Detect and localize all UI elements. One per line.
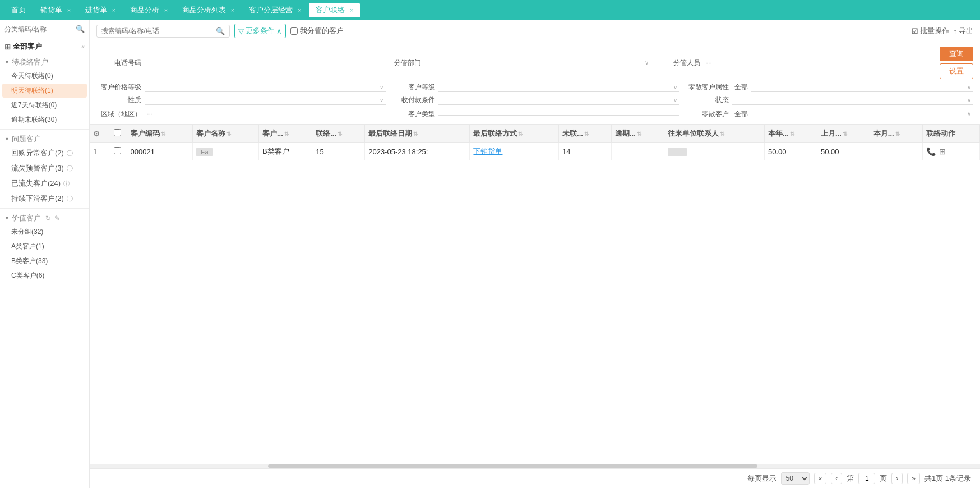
search-input[interactable] — [101, 27, 214, 35]
chevron-down-icon-3: ∨ — [673, 84, 677, 90]
manager-select[interactable]: ··· — [704, 57, 931, 68]
chevron-down-icon-7: ∨ — [967, 97, 971, 103]
sidebar-item-unclassified[interactable]: 未分组(32) — [2, 225, 87, 239]
set-button[interactable]: 设置 — [940, 63, 973, 79]
group-label-pending[interactable]: ▼ 待联络客户 — [0, 55, 89, 68]
sort-icon-method[interactable]: ⇅ — [518, 131, 523, 137]
export-button[interactable]: ↑ 导出 — [954, 26, 974, 36]
gender-label: 性质 — [96, 95, 141, 105]
cell-last-method[interactable]: 下销货单 — [470, 143, 559, 160]
select-all-checkbox[interactable] — [114, 129, 121, 136]
sort-icon-name[interactable]: ⇅ — [226, 131, 231, 137]
close-product-analysis-icon[interactable]: × — [164, 7, 168, 13]
main-layout: 🔍 ⊞ 全部客户 « ▼ 待联络客户 今天待联络(0) 明天待联络(1) 近7天… — [0, 20, 980, 488]
value-level-label: 客户价格等级 — [96, 82, 141, 92]
sidebar-search-input[interactable] — [4, 25, 73, 33]
manager-label: 分管人员 — [655, 58, 700, 68]
next-page-button[interactable]: › — [891, 473, 903, 484]
phone-action-icon[interactable]: 📞 — [926, 147, 936, 156]
nav-purchase[interactable]: 进货单 × — [78, 3, 122, 17]
batch-operation-button[interactable]: ☑ 批量操作 — [912, 26, 949, 36]
prev-page-button[interactable]: ‹ — [831, 473, 842, 484]
scrollbar-thumb[interactable] — [268, 464, 757, 468]
status-select[interactable]: ∨ — [732, 96, 973, 105]
dots-icon: ··· — [706, 58, 712, 67]
th-settings[interactable]: ⚙ — [90, 125, 110, 143]
my-customers-checkbox[interactable] — [290, 27, 298, 35]
all-customers-header[interactable]: ⊞ 全部客户 « — [0, 38, 89, 55]
phone-input[interactable] — [145, 58, 372, 68]
sort-icon-year[interactable]: ⇅ — [790, 131, 794, 137]
sort-icon-uncontacted[interactable]: ⇅ — [584, 131, 589, 137]
col-contacts-label: 联络... — [316, 128, 336, 139]
sidebar-item-tomorrow-contact[interactable]: 明天待联络(1) — [2, 84, 87, 98]
page-size-select[interactable]: 50 10 20 100 — [781, 472, 810, 485]
retail-attr-select[interactable]: ∨ — [751, 83, 973, 92]
cell-checkbox[interactable] — [110, 143, 127, 160]
last-method-link[interactable]: 下销货单 — [473, 147, 502, 155]
col-settings-icon[interactable]: ⚙ — [93, 130, 100, 138]
more-conditions-button[interactable]: ▽ 更多条件 ∧ — [234, 24, 286, 38]
close-purchase-icon[interactable]: × — [112, 7, 115, 13]
group-label-problem[interactable]: ▼ 问题客户 — [0, 132, 89, 145]
value-level-select[interactable]: ∨ — [145, 83, 386, 92]
nav-product-analysis-list[interactable]: 商品分析列表 × — [175, 3, 241, 17]
sidebar-item-7days-contact[interactable]: 近7天待联络(0) — [2, 98, 87, 112]
sort-icon-unit[interactable]: ⇅ — [720, 131, 724, 137]
payment-select[interactable]: ∨ — [438, 96, 679, 105]
nav-sales[interactable]: 销货单 × — [34, 3, 77, 17]
sidebar-item-b-class[interactable]: B类客户(33) — [2, 254, 87, 268]
sidebar-item-today-contact[interactable]: 今天待联络(0) — [2, 69, 87, 83]
collapse-icon[interactable]: « — [81, 43, 85, 50]
query-button[interactable]: 查询 — [940, 47, 973, 61]
refresh-icon[interactable]: ↻ — [45, 214, 51, 222]
close-customer-tier-icon[interactable]: × — [298, 7, 301, 13]
sort-icon-contacts[interactable]: ⇅ — [338, 131, 342, 137]
cell-this-month — [870, 143, 922, 160]
th-name: 客户名称 ⇅ — [193, 125, 259, 143]
grid-action-icon[interactable]: ⊞ — [939, 147, 946, 156]
divider-2 — [0, 208, 89, 209]
first-page-button[interactable]: « — [814, 473, 827, 484]
sidebar-item-churn-warning[interactable]: 流失预警客户(3) ⓘ — [2, 161, 87, 176]
nav-home[interactable]: 首页 — [4, 3, 33, 17]
gender-select[interactable]: ∨ — [145, 96, 386, 105]
customer-type-select[interactable] — [438, 113, 679, 116]
group-label-value[interactable]: ▼ 价值客户 ↻ ✎ — [0, 211, 89, 224]
close-customer-contact-icon[interactable]: × — [350, 7, 353, 13]
last-page-button[interactable]: » — [907, 473, 920, 484]
customer-level-select[interactable]: ∨ — [438, 83, 679, 92]
page-number-input[interactable] — [858, 473, 875, 484]
sort-icon-last-month[interactable]: ⇅ — [843, 131, 847, 137]
row-checkbox[interactable] — [114, 147, 121, 154]
close-product-list-icon[interactable]: × — [231, 7, 234, 13]
nav-customer-contact[interactable]: 客户联络 × — [309, 3, 360, 17]
close-sales-icon[interactable]: × — [67, 7, 71, 13]
horizontal-scrollbar[interactable] — [90, 464, 980, 468]
sidebar-item-declining[interactable]: 持续下滑客户(2) ⓘ — [2, 191, 87, 206]
edit-icon[interactable]: ✎ — [54, 214, 60, 222]
nav-product-analysis[interactable]: 商品分析 × — [123, 3, 174, 17]
sort-icon-overdue[interactable]: ⇅ — [637, 131, 641, 137]
triangle-icon-2: ▼ — [4, 136, 10, 142]
sort-icon-category[interactable]: ⇅ — [284, 131, 289, 137]
sidebar-item-c-class[interactable]: C类客户(6) — [2, 269, 87, 283]
dept-select[interactable]: ∨ — [424, 58, 651, 67]
sidebar-item-churned[interactable]: 已流失客户(24) ⓘ — [2, 176, 87, 191]
sidebar-item-overdue-contact[interactable]: 逾期未联络(30) — [2, 113, 87, 127]
sidebar-item-abnormal[interactable]: 回购异常客户(2) ⓘ — [2, 146, 87, 160]
sidebar-search-icon[interactable]: 🔍 — [76, 25, 85, 33]
sidebar-item-a-class[interactable]: A类客户(1) — [2, 240, 87, 254]
sort-icon-this-month[interactable]: ⇅ — [895, 131, 900, 137]
sort-icon-code[interactable]: ⇅ — [161, 131, 165, 137]
retail-select[interactable]: ∨ — [751, 109, 973, 118]
sort-icon-date[interactable]: ⇅ — [413, 131, 418, 137]
region-select[interactable]: ··· — [145, 108, 386, 119]
th-action: 联络动作 — [922, 125, 979, 143]
th-checkbox — [110, 125, 127, 143]
customers-table: ⚙ 客户编码 ⇅ 客户名称 — [90, 125, 980, 160]
nav-customer-tier[interactable]: 客户分层经营 × — [242, 3, 308, 17]
my-customers-checkbox-label[interactable]: 我分管的客户 — [290, 26, 344, 36]
search-icon[interactable]: 🔍 — [216, 27, 225, 35]
col-uncontacted-label: 未联... — [562, 128, 583, 139]
